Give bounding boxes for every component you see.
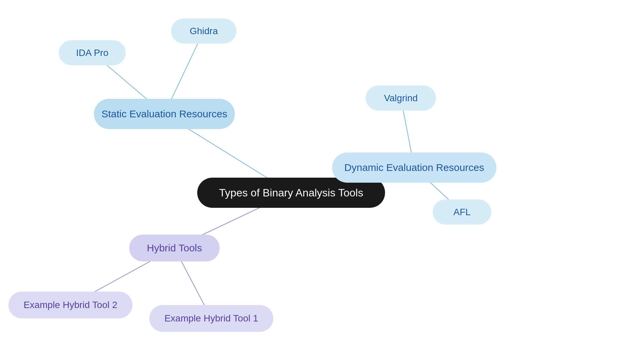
hybrid-tool-2-node: Example Hybrid Tool 2 xyxy=(8,292,132,318)
static-node: Static Evaluation Resources xyxy=(94,99,235,129)
dynamic-label: Dynamic Evaluation Resources xyxy=(344,162,484,173)
ida-pro-node: IDA Pro xyxy=(59,40,126,65)
valgrind-label: Valgrind xyxy=(384,93,418,104)
hybrid-tool-1-label: Example Hybrid Tool 1 xyxy=(164,313,258,324)
ghidra-label: Ghidra xyxy=(190,26,218,37)
ghidra-node: Ghidra xyxy=(171,18,236,44)
ida-pro-label: IDA Pro xyxy=(76,48,108,58)
valgrind-node: Valgrind xyxy=(366,85,436,111)
hybrid-tool-1-node: Example Hybrid Tool 1 xyxy=(149,305,273,332)
hybrid-tool-2-label: Example Hybrid Tool 2 xyxy=(23,300,117,310)
hybrid-node: Hybrid Tools xyxy=(129,235,220,261)
dynamic-node: Dynamic Evaluation Resources xyxy=(332,153,496,183)
afl-node: AFL xyxy=(433,199,491,225)
center-label: Types of Binary Analysis Tools xyxy=(219,187,363,199)
hybrid-label: Hybrid Tools xyxy=(147,242,202,254)
static-label: Static Evaluation Resources xyxy=(101,108,227,120)
afl-label: AFL xyxy=(453,207,471,218)
